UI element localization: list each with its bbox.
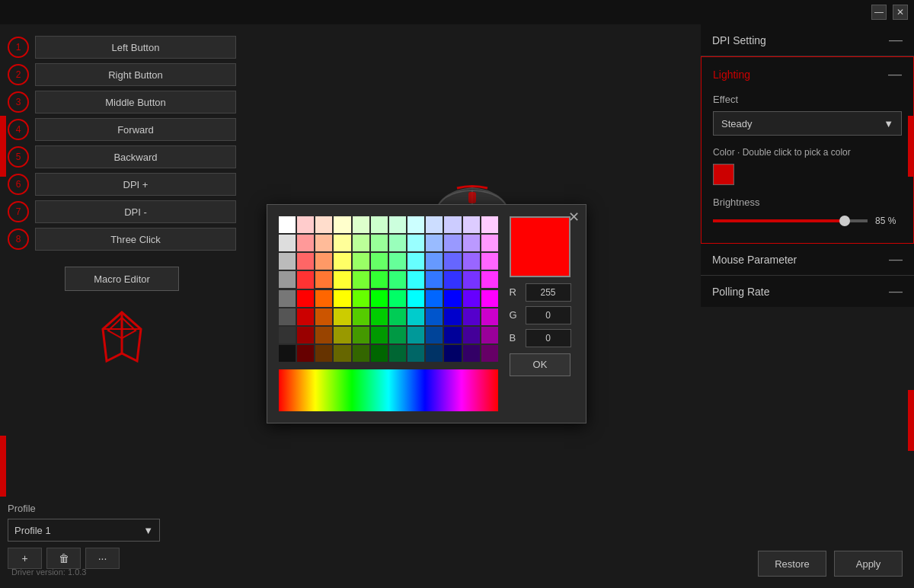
mouse-button-4[interactable]: Forward xyxy=(35,118,236,141)
color-cell[interactable] xyxy=(389,216,406,233)
color-cell[interactable] xyxy=(481,216,498,233)
color-cell[interactable] xyxy=(463,253,480,270)
color-cell[interactable] xyxy=(463,345,480,362)
color-cell[interactable] xyxy=(371,253,388,270)
color-cell[interactable] xyxy=(407,253,424,270)
color-cell[interactable] xyxy=(463,308,480,325)
color-cell[interactable] xyxy=(426,308,443,325)
color-cell[interactable] xyxy=(444,216,461,233)
color-cell[interactable] xyxy=(371,235,388,251)
color-cell[interactable] xyxy=(371,290,388,307)
color-cell[interactable] xyxy=(463,271,480,288)
color-cell[interactable] xyxy=(407,308,424,325)
color-cell[interactable] xyxy=(444,327,461,344)
color-cell[interactable] xyxy=(407,327,424,344)
color-cell[interactable] xyxy=(444,253,461,270)
color-picker-modal[interactable]: ✕ R xyxy=(267,204,586,423)
color-cell[interactable] xyxy=(371,216,388,233)
restore-button[interactable]: Restore xyxy=(758,551,826,577)
color-cell[interactable] xyxy=(407,235,424,251)
color-cell[interactable] xyxy=(353,290,369,307)
color-cell[interactable] xyxy=(426,271,443,288)
color-cell[interactable] xyxy=(463,235,480,251)
b-input[interactable] xyxy=(526,329,571,347)
profile-dropdown[interactable]: Profile 1 ▼ xyxy=(8,519,160,542)
color-cell[interactable] xyxy=(334,235,350,251)
mouse-button-2[interactable]: Right Button xyxy=(35,63,236,86)
color-cell[interactable] xyxy=(353,253,369,270)
mouse-button-5[interactable]: Backward xyxy=(35,145,236,168)
color-cell[interactable] xyxy=(297,308,314,325)
color-cell[interactable] xyxy=(389,345,406,362)
color-cell[interactable] xyxy=(444,308,461,325)
color-cell[interactable] xyxy=(389,290,406,307)
color-cell[interactable] xyxy=(481,308,498,325)
color-cell[interactable] xyxy=(481,327,498,344)
color-cell[interactable] xyxy=(279,271,296,288)
color-cell[interactable] xyxy=(463,290,480,307)
color-cell[interactable] xyxy=(389,271,406,288)
color-cell[interactable] xyxy=(371,308,388,325)
color-cell[interactable] xyxy=(297,235,314,251)
color-cell[interactable] xyxy=(389,308,406,325)
color-cell[interactable] xyxy=(353,327,369,344)
color-cell[interactable] xyxy=(334,290,350,307)
color-cell[interactable] xyxy=(297,290,314,307)
color-cell[interactable] xyxy=(353,308,369,325)
color-cell[interactable] xyxy=(353,216,369,233)
color-cell[interactable] xyxy=(279,290,296,307)
color-cell[interactable] xyxy=(279,327,296,344)
close-button[interactable]: ✕ xyxy=(893,5,908,20)
polling-rate-header[interactable]: Polling Rate — xyxy=(712,283,903,299)
color-cell[interactable] xyxy=(279,253,296,270)
color-cell[interactable] xyxy=(371,271,388,288)
minimize-button[interactable]: — xyxy=(871,5,887,20)
mouse-param-header[interactable]: Mouse Parameter — xyxy=(712,251,903,267)
ok-button[interactable]: OK xyxy=(510,353,570,376)
color-cell[interactable] xyxy=(389,253,406,270)
color-cell[interactable] xyxy=(334,253,350,270)
color-cell[interactable] xyxy=(297,345,314,362)
color-cell[interactable] xyxy=(463,327,480,344)
color-cell[interactable] xyxy=(389,327,406,344)
color-cell[interactable] xyxy=(315,235,332,251)
color-cell[interactable] xyxy=(334,271,350,288)
color-cell[interactable] xyxy=(353,271,369,288)
color-cell[interactable] xyxy=(426,253,443,270)
color-cell[interactable] xyxy=(444,235,461,251)
color-cell[interactable] xyxy=(353,345,369,362)
color-cell[interactable] xyxy=(315,216,332,233)
brightness-slider[interactable] xyxy=(713,219,868,222)
color-cell[interactable] xyxy=(334,345,350,362)
dpi-setting-header[interactable]: DPI Setting — xyxy=(712,32,903,48)
color-cell[interactable] xyxy=(444,290,461,307)
color-cell[interactable] xyxy=(334,308,350,325)
color-cell[interactable] xyxy=(389,235,406,251)
color-cell[interactable] xyxy=(279,235,296,251)
macro-editor-button[interactable]: Macro Editor xyxy=(65,267,179,291)
mouse-button-8[interactable]: Three Click xyxy=(35,228,236,251)
color-cell[interactable] xyxy=(297,253,314,270)
color-cell[interactable] xyxy=(426,216,443,233)
color-cell[interactable] xyxy=(353,235,369,251)
color-cell[interactable] xyxy=(334,327,350,344)
color-cell[interactable] xyxy=(426,290,443,307)
effect-dropdown[interactable]: Steady ▼ xyxy=(713,111,902,136)
add-profile-button[interactable]: + xyxy=(8,548,42,569)
color-cell[interactable] xyxy=(297,327,314,344)
mouse-button-3[interactable]: Middle Button xyxy=(35,91,236,113)
color-cell[interactable] xyxy=(279,216,296,233)
color-cell[interactable] xyxy=(297,216,314,233)
color-cell[interactable] xyxy=(371,327,388,344)
color-cell[interactable] xyxy=(481,253,498,270)
color-cell[interactable] xyxy=(297,271,314,288)
color-cell[interactable] xyxy=(279,308,296,325)
color-swatch[interactable] xyxy=(713,164,734,185)
color-cell[interactable] xyxy=(481,290,498,307)
apply-button[interactable]: Apply xyxy=(834,551,903,577)
r-input[interactable] xyxy=(526,283,571,302)
color-cell[interactable] xyxy=(334,216,350,233)
color-spectrum[interactable] xyxy=(279,369,498,411)
mouse-button-6[interactable]: DPI + xyxy=(35,173,236,196)
color-cell[interactable] xyxy=(407,216,424,233)
